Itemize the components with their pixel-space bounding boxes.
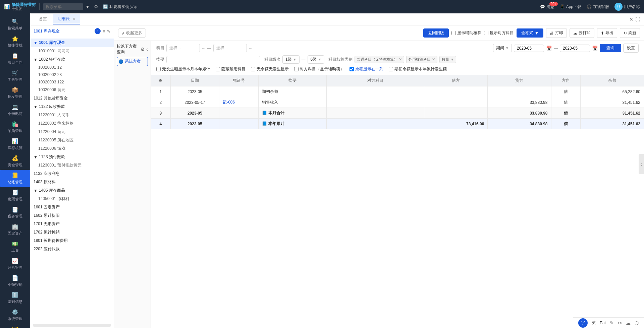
subject-select-2[interactable]: 选择... — [213, 44, 247, 52]
cb-year-cumulative[interactable]: 期初余额显示本年累计发生额 — [389, 66, 447, 72]
sidebar-item-search[interactable]: 🔍 搜索菜单 — [0, 16, 30, 33]
tree-item-11230001[interactable]: 11230001 预付账款黄元 — [30, 161, 114, 170]
calendar-icon-to[interactable]: 📅 — [592, 46, 598, 51]
amount-mode-btn[interactable]: 金额式 ▼ — [517, 28, 543, 38]
tree-scrollbar-h[interactable] — [33, 324, 111, 327]
demo-link[interactable]: 🔄 我要看实例演示 — [103, 4, 138, 10]
sidebar-item-payroll[interactable]: 💵 工资 — [0, 238, 30, 255]
window-maximize-btn[interactable]: ⛶ — [635, 17, 640, 22]
sidebar-item-assets[interactable]: 🏢 固定资产 — [0, 221, 30, 238]
message-btn[interactable]: 💬 消息 99+ — [540, 4, 554, 10]
show-assist-checkbox[interactable]: 显示辅助核算 — [451, 30, 481, 36]
tree-item-1123[interactable]: ▼ 1123 预付账款 — [30, 153, 114, 161]
tree-item-10020002[interactable]: 10020002 23 — [30, 71, 114, 78]
sidebar-item-purchase[interactable]: 🛍️ 采购管理 — [0, 119, 30, 136]
tree-item-11220005[interactable]: 11220005 所在地区 — [30, 136, 114, 144]
sidebar-item-tax[interactable]: 📑 税务管理 — [0, 204, 30, 221]
tree-item-10020003[interactable]: 10020003 122 — [30, 78, 114, 86]
sidebar-item-report[interactable]: 📄 小畅报销 — [0, 272, 30, 289]
sidebar-item-cooperation[interactable]: 🤝 企业协同 — [0, 324, 30, 328]
cb-contra-subject[interactable]: 对方科目（显示辅助项） — [294, 66, 344, 72]
tree-item-1702[interactable]: 1702 累计摊销 — [30, 228, 114, 237]
sidebar-item-wholesale[interactable]: 📦 批发管理 — [0, 84, 30, 102]
tag-normal-close[interactable]: ✕ — [399, 57, 402, 62]
online-service-btn[interactable]: 🎧 在线客服 — [587, 4, 609, 10]
tree-item-11220002[interactable]: 11220002 往来标签 — [30, 119, 114, 128]
sidebar-item-base-info[interactable]: ℹ️ 基础信息 — [0, 289, 30, 307]
sidebar-item-operation[interactable]: 📈 经营管理 — [0, 255, 30, 272]
filter-settings-icon[interactable]: ⚙ — [141, 47, 145, 52]
tree-edit-btn[interactable]: ✎ — [107, 29, 110, 34]
bottom-icon-1[interactable]: ✎ — [610, 320, 614, 326]
sidebar-item-retail[interactable]: 🛒 零售管理 — [0, 67, 30, 84]
tree-item-14050001[interactable]: 14050001 原材料 — [30, 195, 114, 203]
summary-input[interactable] — [166, 56, 260, 63]
account-nav-btn[interactable]: › — [95, 28, 101, 34]
expand-button[interactable]: ▼ — [83, 3, 92, 10]
tree-item-11220001[interactable]: 11220001 人民币 — [30, 111, 114, 119]
calendar-icon-from[interactable]: 📅 — [546, 46, 552, 51]
back-old-btn[interactable]: 返回旧版 — [423, 28, 449, 38]
sidebar-item-project[interactable]: 📋 项目合同 — [0, 50, 30, 67]
window-close-btn[interactable]: ✕ — [629, 17, 633, 22]
sidebar-item-quick-nav[interactable]: ⭐ 快捷导航 — [0, 33, 30, 50]
tree-item-2202[interactable]: 2202 应付账款 — [30, 245, 114, 253]
tag-qty[interactable]: 数量 ▼ — [439, 56, 456, 63]
tree-item-1601[interactable]: 1601 固定资产 — [30, 203, 114, 211]
col-header-settings[interactable]: ⚙ — [151, 75, 170, 86]
app-download-btn[interactable]: 📱 App下载 — [560, 4, 581, 10]
tree-item-11220006[interactable]: 11220006 游戏 — [30, 144, 114, 153]
top-search-input[interactable] — [43, 3, 83, 10]
tab-detail[interactable]: 明细账 ✕ — [53, 14, 80, 24]
sidebar-item-inventory[interactable]: 📊 库存核算 — [0, 136, 30, 153]
tree-item-10010001[interactable]: 10010001 同同同 — [30, 47, 114, 55]
refresh-btn[interactable]: ↻ 刷新 — [620, 28, 640, 38]
tree-item-1801[interactable]: 1801 长期待摊费用 — [30, 237, 114, 245]
tree-item-1701[interactable]: 1701 无形资产 — [30, 220, 114, 228]
print-btn[interactable]: 🖨 打印 — [546, 28, 567, 38]
user-avatar[interactable]: U 用户名称 — [614, 3, 640, 11]
show-contra-checkbox[interactable]: 显示对方科目 — [484, 30, 514, 36]
tree-item-1602[interactable]: 1602 累计折旧 — [30, 211, 114, 220]
filter-collapse-icon[interactable]: ‹ — [146, 47, 148, 52]
voucher-link[interactable]: 记-006 — [223, 100, 235, 105]
tree-item-10020001[interactable]: 10020001 12 — [30, 64, 114, 71]
sidebar-item-ledger[interactable]: 📒 总账管理 — [0, 170, 30, 187]
tree-item-1132[interactable]: 1132 应收利息 — [30, 170, 114, 178]
selected-account-display[interactable]: 1001 库存现金 — [34, 28, 93, 34]
tab-home[interactable]: 首页 — [34, 14, 52, 24]
tag-qty-dropdown[interactable]: ▼ — [450, 58, 454, 61]
subject-select-1[interactable]: 选择... — [166, 44, 200, 52]
tree-item-10020006[interactable]: 10020006 黄元 — [30, 86, 114, 94]
period-to-input[interactable] — [560, 45, 590, 52]
sidebar-item-ecommerce[interactable]: 💻 小畅电商 — [0, 102, 30, 119]
cb-no-amount[interactable]: 无发生额显示本月本年累计 — [156, 66, 210, 72]
sidebar-item-system[interactable]: ⚙️ 系统管理 — [0, 307, 30, 324]
bottom-icon-2[interactable]: ✂ — [618, 320, 622, 326]
tree-item-11220004[interactable]: 11220004 黄元 — [30, 128, 114, 136]
tag-normal[interactable]: 普通科目（无特殊核算） ✕ — [355, 56, 404, 63]
level-to-select[interactable]: 6级 ▼ — [308, 55, 325, 64]
tree-item-1002[interactable]: ▼ 1002 银行存款 — [30, 55, 114, 64]
bottom-icon-4[interactable]: ⬡ — [635, 320, 639, 326]
setting-btn[interactable]: 设置 — [623, 44, 639, 53]
tree-item-1405[interactable]: ▼ 1405 库存商品 — [30, 186, 114, 195]
more-btn[interactable]: ∧ 收起更多 — [118, 28, 146, 38]
cloud-print-btn[interactable]: ☁ 云打印 — [570, 28, 594, 38]
query-btn[interactable]: 查询 — [600, 44, 621, 52]
sidebar-item-invoice[interactable]: 🧾 发票管理 — [0, 187, 30, 204]
export-btn[interactable]: ⬆ 导出 — [597, 28, 617, 38]
tree-item-1403[interactable]: 1403 原材料 — [30, 178, 114, 186]
tag-foreign-close[interactable]: ✕ — [432, 57, 435, 62]
tag-foreign[interactable]: 外币核算科目 ✕ — [406, 56, 437, 63]
bottom-eat-btn[interactable]: Eat — [600, 321, 606, 325]
period-from-input[interactable] — [514, 45, 544, 52]
tree-item-1001[interactable]: ▼ 1001 库存现金 — [30, 39, 114, 47]
settings-top-button[interactable]: ⚙ — [92, 3, 100, 10]
tree-list-btn[interactable]: ≡ — [103, 29, 105, 34]
tree-item-1122[interactable]: ▼ 1122 应收账款 — [30, 103, 114, 111]
period-type-select[interactable]: 期间 ▼ — [493, 44, 512, 52]
tab-detail-close[interactable]: ✕ — [72, 17, 75, 21]
sidebar-item-capital[interactable]: 💰 资金管理 — [0, 153, 30, 170]
tree-item-1012[interactable]: 1012 其他货币资金 — [30, 94, 114, 103]
